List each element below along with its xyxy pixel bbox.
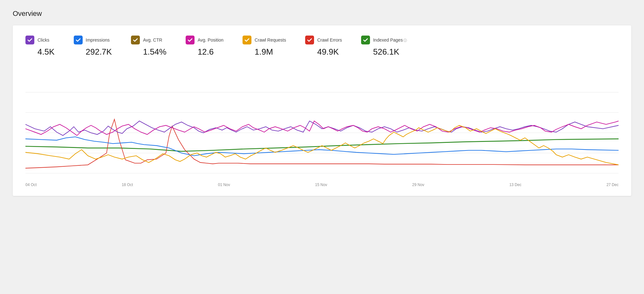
metric-label-clicks: Clicks xyxy=(38,37,49,43)
metric-checkbox-impressions[interactable] xyxy=(74,36,83,44)
metric-item-impressions[interactable]: Impressions292.7K xyxy=(74,36,112,57)
x-axis-label: 13 Dec xyxy=(509,183,521,187)
metric-value-crawl-requests: 1.9M xyxy=(255,47,286,57)
metric-item-clicks[interactable]: Clicks4.5K xyxy=(25,36,55,57)
metric-label-crawl-requests: Crawl Requests xyxy=(255,37,286,43)
metric-item-crawl-requests[interactable]: Crawl Requests1.9M xyxy=(243,36,286,57)
x-axis-labels: 04 Oct18 Oct01 Nov15 Nov29 Nov13 Dec27 D… xyxy=(25,180,619,187)
metric-checkbox-avg-ctr[interactable] xyxy=(131,36,140,44)
metric-checkbox-avg-position[interactable] xyxy=(186,36,195,44)
overview-card: Clicks4.5KImpressions292.7KAvg. CTR1.54%… xyxy=(13,25,631,196)
chart-svg xyxy=(25,72,619,180)
metric-label-impressions: Impressions xyxy=(86,37,110,43)
metrics-row: Clicks4.5KImpressions292.7KAvg. CTR1.54%… xyxy=(25,36,619,59)
metric-value-indexed-pages: 526.1K xyxy=(373,47,407,57)
metric-checkbox-indexed-pages[interactable] xyxy=(361,36,370,44)
page-title: Overview xyxy=(13,10,631,18)
metric-value-avg-position: 12.6 xyxy=(198,47,223,57)
metric-item-avg-ctr[interactable]: Avg. CTR1.54% xyxy=(131,36,167,57)
x-axis-label: 15 Nov xyxy=(315,183,327,187)
x-axis-label: 18 Oct xyxy=(122,183,133,187)
metric-label-avg-ctr: Avg. CTR xyxy=(143,37,162,43)
metric-label-avg-position: Avg. Position xyxy=(198,37,223,43)
x-axis-label: 29 Nov xyxy=(412,183,424,187)
metric-value-clicks: 4.5K xyxy=(38,47,55,57)
metric-info-icon-indexed-pages[interactable]: ⓘ xyxy=(403,38,407,42)
x-axis-label: 27 Dec xyxy=(606,183,619,187)
metric-item-indexed-pages[interactable]: Indexed Pagesⓘ526.1K xyxy=(361,36,407,57)
chart-area xyxy=(25,72,619,180)
metric-item-crawl-errors[interactable]: Crawl Errors49.9K xyxy=(305,36,342,57)
metric-label-indexed-pages: Indexed Pagesⓘ xyxy=(373,37,407,43)
metric-label-crawl-errors: Crawl Errors xyxy=(317,37,342,43)
metric-item-avg-position[interactable]: Avg. Position12.6 xyxy=(186,36,223,57)
metric-checkbox-clicks[interactable] xyxy=(25,36,34,44)
metric-checkbox-crawl-errors[interactable] xyxy=(305,36,314,44)
metric-value-avg-ctr: 1.54% xyxy=(143,47,167,57)
metric-value-impressions: 292.7K xyxy=(86,47,112,57)
metric-value-crawl-errors: 49.9K xyxy=(317,47,342,57)
metric-checkbox-crawl-requests[interactable] xyxy=(243,36,251,44)
x-axis-label: 04 Oct xyxy=(25,183,37,187)
x-axis-label: 01 Nov xyxy=(218,183,230,187)
